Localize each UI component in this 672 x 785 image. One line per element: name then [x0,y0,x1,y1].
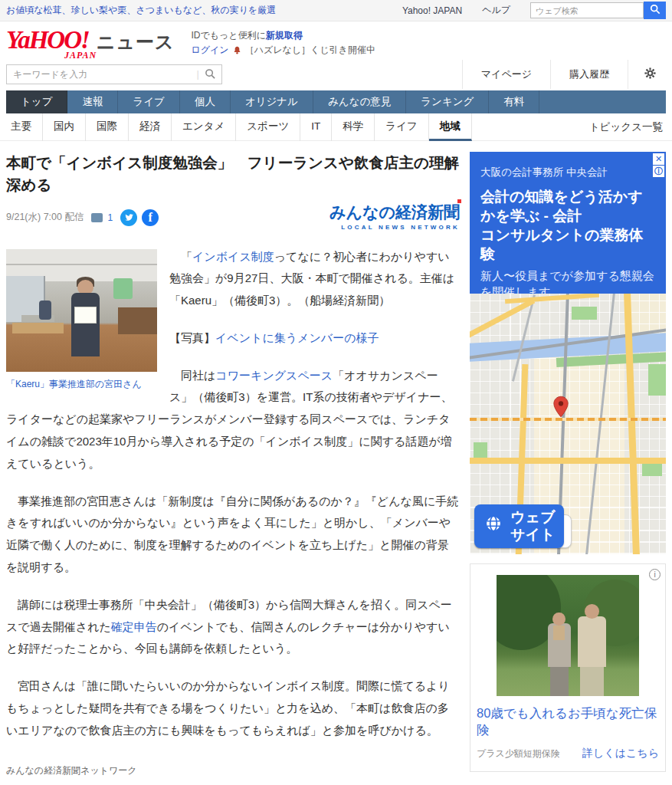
news-logo-text: ニュース [97,30,175,54]
yahoo-japan-link[interactable]: Yahoo! JAPAN [402,5,462,16]
ad-cta-link[interactable]: 詳しくはこちら [582,747,659,760]
ad-controls: ✕ ⓘ [653,153,664,177]
photo-detail [113,278,133,299]
map-pin-icon[interactable] [552,396,569,419]
page: お値頃な松茸、珍しい梨や栗、さつまいもなど、秋の実りを厳選 Yahoo! JAP… [0,0,672,785]
globe-icon [484,514,503,538]
accounting-ad[interactable]: ✕ ⓘ 大阪の会計事務所 中央会計 会計の知識をどう活かすかを学ぶ - 会計コン… [470,152,666,294]
help-link[interactable]: ヘルプ [482,4,510,17]
article-column: 本町で「インボイス制度勉強会」 フリーランスや飲食店主の理解深める 9/21(水… [6,152,460,785]
photo-detail [6,264,157,265]
web-search-button[interactable] [644,2,666,19]
tab-sokuho[interactable]: 速報 [67,90,118,113]
photo-detail [71,293,100,356]
logo-accent [457,199,461,203]
keyword-search: | [6,64,222,84]
login-link[interactable]: ログイン [192,43,229,57]
source-logo-text: みんなの経済新聞 [329,202,460,223]
ad-headline: 会計の知識をどう活かすかを学ぶ - 会計コンサルタントの業務体験 [480,187,655,264]
facebook-share-icon[interactable]: f [142,209,159,226]
cat-kokunai[interactable]: 国内 [43,113,86,141]
invoice-link[interactable]: インボイス制度 [192,250,274,263]
cat-sports[interactable]: スポーツ [236,113,300,141]
paragraph-4: 講師には税理士事務所「中央会計」（備後町3）から信岡大輝さんを招く。同スペースで… [6,594,460,660]
register-link[interactable]: 新規取得 [266,30,303,41]
article-meta: 9/21(水) 7:00 配信 1 f みんなの経済新聞 LOCAL NEWS … [6,206,460,234]
web-search-input[interactable] [530,2,644,18]
yahoo-news-logo[interactable]: YaHOO! JAPAN ニュース [6,28,175,54]
tab-minna-no-iken[interactable]: みんなの意見 [313,90,406,113]
source-logo-subtext: LOCAL NEWS NETWORK [329,224,460,231]
photo-detail [74,307,97,324]
category-nav: 主要 国内 国際 経済 エンタメ スポーツ IT 科学 ライフ 地域 トピックス… [0,113,672,141]
top-promo-bar: お値頃な松茸、珍しい梨や栗、さつまいもなど、秋の実りを厳選 Yahoo! JAP… [0,0,672,21]
cat-kagaku[interactable]: 科学 [332,113,375,141]
twitter-share-icon[interactable] [120,209,137,226]
site-header: YaHOO! JAPAN ニュース IDでもっと便利に新規取得 ログイン ［ハズ… [0,21,672,60]
ad-advertiser: 大阪の会計事務所 中央会計 [480,166,655,179]
coworking-link[interactable]: コワーキングスペース [215,369,333,382]
cat-entame[interactable]: エンタメ [172,113,236,141]
source-logo[interactable]: みんなの経済新聞 LOCAL NEWS NETWORK [329,202,460,231]
article-title: 本町で「インボイス制度勉強会」 フリーランスや飲食店主の理解深める [6,152,460,197]
search-icon[interactable] [205,68,216,83]
sidebar: ✕ ⓘ 大阪の会計事務所 中央会計 会計の知識をどう活かすかを学ぶ - 会計コン… [470,152,666,785]
mypage-link[interactable]: マイページ [462,60,550,89]
paragraph-5: 宮田さんは「誰に聞いたらいいのか分からないインボイス制度。間際に慌てるよりもちょ… [6,675,460,741]
ad-advertiser: プラス少額短期保険 [477,747,560,760]
tab-top[interactable]: トップ [6,90,67,113]
ad-photo [497,575,639,696]
photo-detail [578,616,606,667]
tab-ranking[interactable]: ランキング [406,90,489,113]
photo-detail [580,662,605,696]
topics-list-link[interactable]: トピックス一覧 [589,120,666,134]
cat-keizai[interactable]: 経済 [129,113,172,141]
purchase-history-link[interactable]: 購入履歴 [550,60,628,89]
subnav-spacer [472,113,589,141]
main-nav: トップ 速報 ライブ 個人 オリジナル みんなの意見 ランキング 有料 [6,90,666,113]
comment-count[interactable]: 1 [107,212,113,223]
cat-chiiki[interactable]: 地域 [429,113,472,141]
comment-icon[interactable] [91,213,103,222]
website-button[interactable]: ウェブサイト [474,504,564,549]
photo-detail [12,323,64,333]
photo-caption-link[interactable]: 「Kaeru」事業推進部の宮田さん [6,378,157,391]
map[interactable]: 経路案内 ウェブサイト [470,294,666,554]
tab-original[interactable]: オリジナル [231,90,313,113]
article-photo[interactable] [6,249,157,372]
kakutei-shinkoku-link[interactable]: 確定申告 [111,620,157,633]
web-search [530,2,666,19]
map-park [474,442,487,458]
map-park [572,307,597,320]
keyword-search-row: | マイページ 購入履歴 [0,60,672,89]
ad-headline-link[interactable]: 80歳でも入れるお手頃な死亡保険 [477,705,659,739]
tab-yuryo[interactable]: 有料 [489,90,539,113]
id-benefit-text: IDでもっと便利に [192,30,266,41]
tab-kojin[interactable]: 個人 [180,90,231,113]
cat-life[interactable]: ライフ [375,113,428,141]
adchoices-info-icon[interactable]: ⓘ [653,166,664,177]
publish-date: 9/21(水) 7:00 配信 [6,211,84,224]
settings-button[interactable] [628,60,672,89]
cat-it[interactable]: IT [300,113,332,141]
photo-detail [118,307,157,334]
cat-shuyo[interactable]: 主要 [6,113,43,141]
photo-gallery-link[interactable]: イベントに集うメンバーの様子 [215,331,379,344]
paragraph-3: 事業推進部の宮田恵さんは「新制度は『自分に関係があるのか？』『どんな風に手続きを… [6,491,460,579]
keyword-search-input[interactable] [6,64,222,84]
tab-live[interactable]: ライブ [118,90,179,113]
website-label: ウェブサイト [510,508,555,545]
adchoices-info-icon[interactable]: i [649,569,661,580]
campaign-text[interactable]: ［ハズレなし］くじ引き開催中 [245,43,375,57]
search-icon [650,4,661,17]
map-park [648,364,666,396]
promo-link[interactable]: お値頃な松茸、珍しい梨や栗、さつまいもなど、秋の実りを厳選 [6,4,276,17]
photo-detail [550,665,569,696]
insurance-ad[interactable]: i 80歳でも入れるお手頃な死亡保険 プラス少額短期保険 詳しくはこちら [470,563,666,772]
map-road-major [470,458,666,464]
cat-kokusai[interactable]: 国際 [86,113,129,141]
yahoo-logo-japan: JAPAN [64,50,97,61]
close-icon[interactable]: ✕ [653,153,664,165]
photo-detail [39,301,51,320]
login-area: IDでもっと便利に新規取得 ログイン ［ハズレなし］くじ引き開催中 [192,28,375,57]
